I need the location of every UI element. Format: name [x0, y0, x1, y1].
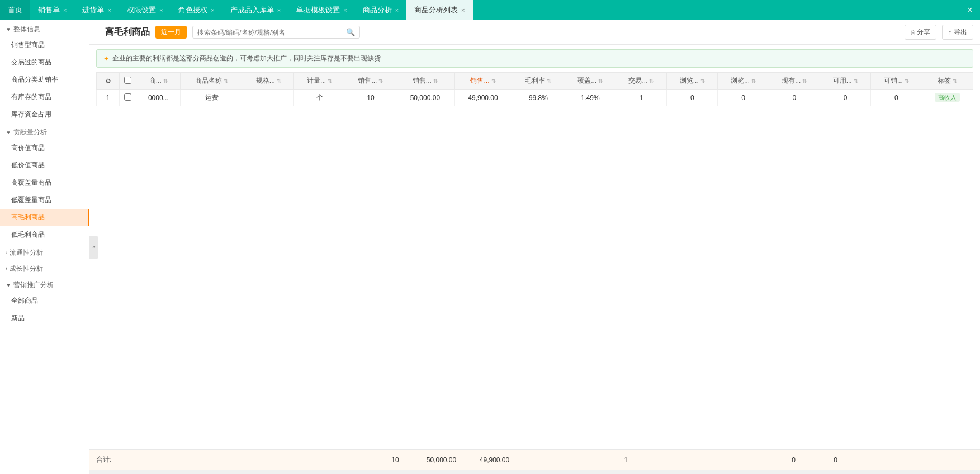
sidebar-item-low-coverage[interactable]: 低覆盖量商品 — [0, 191, 89, 209]
search-input[interactable] — [197, 29, 343, 36]
sort-icon: ⇅ — [277, 78, 281, 84]
sort-icon: ⇅ — [649, 78, 654, 84]
row-gross-rate: 99.8% — [512, 90, 565, 106]
row-views1[interactable]: 0 — [667, 90, 718, 106]
sidebar-group-marketing[interactable]: ▼ 营销推广分析 — [0, 276, 89, 292]
close-tab-permissions[interactable]: × — [159, 7, 163, 13]
sidebar-toggle-btn[interactable]: « — [89, 236, 98, 259]
row-select-checkbox[interactable] — [124, 93, 131, 101]
col-coverage[interactable]: 覆盖...⇅ — [565, 73, 616, 90]
col-sales-qty[interactable]: 销售...⇅ — [345, 73, 396, 90]
row-tag: 高收入 — [922, 90, 973, 106]
row-sales-qty: 10 — [345, 90, 396, 106]
search-icon[interactable]: 🔍 — [346, 28, 355, 36]
sidebar-item-stock-capital[interactable]: 库存资金占用 — [0, 106, 89, 123]
nav-item-roles[interactable]: 角色授权 × — [171, 0, 222, 20]
footer-total: 合计: 10 50,000.00 49,900.00 1 0 0 — [89, 449, 980, 470]
arrow-icon: ▼ — [6, 26, 11, 32]
col-gross-rate[interactable]: 毛利率⇅ — [512, 73, 565, 90]
content-header: 高毛利商品 近一月 🔍 ⎘ 分享 ↑ 导出 — [89, 20, 980, 45]
footer-values: 10 50,000.00 49,900.00 1 0 0 — [141, 456, 973, 464]
filter-recent-month-btn[interactable]: 近一月 — [155, 26, 187, 39]
sidebar-item-high-coverage[interactable]: 高覆盖量商品 — [0, 174, 89, 191]
nav-item-template[interactable]: 单据模板设置 × — [288, 0, 354, 20]
sidebar-group-contribution[interactable]: ▼ 贡献量分析 — [0, 123, 89, 139]
products-table: ⚙ 商...⇅ 商品名称⇅ 规格...⇅ — [96, 72, 973, 106]
sidebar-item-in-stock[interactable]: 有库存的商品 — [0, 88, 89, 106]
col-sales-amount[interactable]: 销售...⇅ — [396, 73, 455, 90]
page-title: 高毛利商品 — [105, 26, 150, 38]
sidebar: ▼ 整体信息 销售型商品 交易过的商品 商品分类助销率 有库存的商品 库存资金占… — [0, 20, 89, 474]
nav-item-sales[interactable]: 销售单 × — [30, 0, 74, 20]
sidebar-item-category-rate[interactable]: 商品分类助销率 — [0, 71, 89, 88]
export-icon: ↑ — [948, 29, 951, 36]
search-box: 🔍 — [192, 26, 360, 39]
close-tab-purchase[interactable]: × — [107, 7, 111, 13]
row-available-stock: 0 — [820, 90, 871, 106]
row-views2: 0 — [718, 90, 769, 106]
col-sellable-stock[interactable]: 可销...⇅ — [871, 73, 922, 90]
sidebar-group-overall[interactable]: ▼ 整体信息 — [0, 20, 89, 36]
sidebar-group-liquidity[interactable]: › 流通性分析 — [0, 243, 89, 260]
close-tab-template[interactable]: × — [343, 7, 347, 13]
window-close-btn[interactable]: × — [960, 0, 980, 20]
sort-icon: ⇅ — [378, 78, 383, 84]
nav-item-finished-goods[interactable]: 产成品入库单 × — [222, 0, 288, 20]
arrow-icon-contribution: ▼ — [6, 129, 11, 135]
row-spec — [243, 90, 294, 106]
sort-icon: ⇅ — [700, 78, 705, 84]
nav-item-permissions[interactable]: 权限设置 × — [119, 0, 171, 20]
sort-icon: ⇅ — [854, 78, 858, 84]
sort-icon: ⇅ — [328, 78, 332, 84]
sidebar-group-growth[interactable]: › 成长性分析 — [0, 260, 89, 276]
sidebar-item-low-value[interactable]: 低价值商品 — [0, 157, 89, 174]
row-coverage: 1.49% — [565, 90, 616, 106]
sort-icon: ⇅ — [953, 78, 957, 84]
col-tag[interactable]: 标签⇅ — [922, 73, 973, 90]
sidebar-item-high-margin[interactable]: 高毛利商品 — [0, 209, 89, 226]
nav-item-analysis-list[interactable]: 商品分析列表 × — [406, 0, 472, 20]
sidebar-item-high-value[interactable]: 高价值商品 — [0, 139, 89, 157]
sort-icon: ⇅ — [163, 78, 168, 84]
sidebar-item-traded-goods[interactable]: 交易过的商品 — [0, 54, 89, 71]
sidebar-item-new-goods[interactable]: 新品 — [0, 309, 89, 327]
select-all-checkbox[interactable] — [124, 77, 131, 84]
row-checkbox — [120, 90, 136, 106]
col-code[interactable]: 商...⇅ — [136, 73, 181, 90]
nav-item-home[interactable]: 首页 — [0, 0, 30, 20]
bottom-scrollbar[interactable] — [89, 470, 980, 474]
col-views1[interactable]: 浏览...⇅ — [667, 73, 718, 90]
col-unit[interactable]: 计量...⇅ — [294, 73, 345, 90]
sidebar-item-low-margin[interactable]: 低毛利商品 — [0, 226, 89, 243]
arrow-icon-growth: › — [6, 266, 7, 272]
col-sales-profit[interactable]: 销售...⇅ — [454, 73, 512, 90]
sort-icon: ⇅ — [751, 78, 756, 84]
col-available-stock[interactable]: 可用...⇅ — [820, 73, 871, 90]
main-layout: ▼ 整体信息 销售型商品 交易过的商品 商品分类助销率 有库存的商品 库存资金占… — [0, 20, 980, 474]
share-icon: ⎘ — [911, 29, 915, 36]
footer-transactions: 1 — [605, 456, 647, 464]
close-tab-analysis[interactable]: × — [395, 7, 399, 13]
col-current-stock[interactable]: 现有...⇅ — [769, 73, 820, 90]
close-tab-sales[interactable]: × — [63, 7, 67, 13]
export-btn[interactable]: ↑ 导出 — [942, 25, 973, 40]
sort-icon: ⇅ — [491, 78, 496, 84]
col-spec[interactable]: 规格...⇅ — [243, 73, 294, 90]
share-btn[interactable]: ⎘ 分享 — [905, 25, 936, 40]
nav-item-purchase[interactable]: 进货单 × — [74, 0, 119, 20]
sort-icon: ⇅ — [433, 78, 438, 84]
arrow-icon-marketing: ▼ — [6, 282, 11, 288]
close-tab-analysis-list[interactable]: × — [461, 7, 465, 13]
row-num: 1 — [97, 90, 120, 106]
close-tab-roles[interactable]: × — [211, 7, 214, 13]
col-views2[interactable]: 浏览...⇅ — [718, 73, 769, 90]
col-settings[interactable]: ⚙ — [97, 73, 120, 90]
col-transactions[interactable]: 交易...⇅ — [616, 73, 666, 90]
sort-icon: ⇅ — [224, 78, 228, 84]
sidebar-item-sales-goods[interactable]: 销售型商品 — [0, 36, 89, 54]
close-tab-finished-goods[interactable]: × — [277, 7, 281, 13]
col-checkbox — [120, 73, 136, 90]
sidebar-item-all-goods[interactable]: 全部商品 — [0, 292, 89, 309]
col-name[interactable]: 商品名称⇅ — [181, 73, 243, 90]
nav-item-analysis[interactable]: 商品分析 × — [355, 0, 406, 20]
